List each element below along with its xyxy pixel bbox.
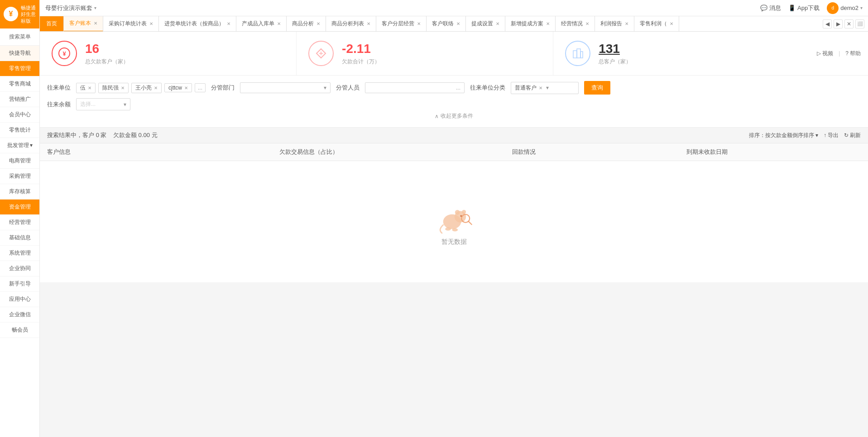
tab-close-icon[interactable]: ✕ [367,21,370,26]
dept-select[interactable]: ▾ [240,82,331,93]
sidebar-item-retail[interactable]: 零售管理 [0,61,39,76]
stat-text-3: 131 总客户（家） [599,41,631,66]
stat-icon-area-3 [564,40,591,67]
tab-close-icon[interactable]: ✕ [625,21,628,26]
remove-tag-cjttcw[interactable]: ✕ [184,86,188,90]
sort-select[interactable]: 排序：按欠款金额倒序排序 ▾ [749,132,818,139]
tab-close-icon[interactable]: ✕ [496,21,499,26]
tab-close-icon[interactable]: ✕ [317,21,320,26]
logo-text: 畅捷通好生意 标版 [21,5,36,24]
tab-close-icon[interactable]: ✕ [417,21,421,26]
tab-close-icon[interactable]: ✕ [670,21,673,26]
col-header-due-date: 到期未收款日期 [686,148,861,156]
more-tags-button[interactable]: ... [195,83,206,92]
filter-tag-cjttcw[interactable]: cjttcw ✕ [164,83,192,92]
filter-tag-chen[interactable]: 陈民强 ✕ [98,83,129,93]
user-avatar-button[interactable]: d demo2 ▾ [827,2,863,14]
filter-tag-wang[interactable]: 王小亮 ✕ [131,83,162,93]
app-download-button[interactable]: 📱 App下载 [788,4,820,12]
stat-text-2: -2.11 欠款合计（万） [342,41,380,66]
remove-tag-wang[interactable]: ✕ [154,86,158,90]
tab-close-icon[interactable]: ✕ [546,21,550,26]
stat-value-total: 131 [599,41,631,57]
sidebar-item-basic-info[interactable]: 基础信息 [0,230,39,246]
sidebar-item-retail-stats[interactable]: 零售统计 [0,123,39,138]
tab-retail-profit[interactable]: 零售利润（ ✕ [634,16,679,32]
tab-customer-segmentation[interactable]: 客户分层经营 ✕ [376,16,427,32]
svg-point-12 [445,228,451,231]
sidebar-item-wholesale[interactable]: 批发管理 ▾ [0,138,39,153]
filter-area: 往来单位 伍 ✕ 陈民强 ✕ 王小亮 ✕ cjttcw [40,76,868,128]
sidebar-item-wecom[interactable]: 企业微信 [0,307,39,323]
sidebar-item-marketing[interactable]: 营销推广 [0,92,39,107]
total-customers-icon [565,41,590,66]
query-button[interactable]: 查询 [584,81,610,95]
tab-purchase-stats-by-product[interactable]: 进货单统计表（按商品） ✕ [159,16,236,32]
tab-customer-ledger[interactable]: 客户账本 ✕ [64,16,103,32]
collapse-filter-button[interactable]: ∧ 收起更多条件 [47,110,861,122]
tabs-close-all[interactable]: ✕ [844,19,854,28]
message-button[interactable]: 💬 消息 [760,4,781,12]
refresh-button[interactable]: ↻ 刷新 [844,132,861,139]
tab-close-icon[interactable]: ✕ [277,21,281,26]
video-help-button[interactable]: ▷ 视频 [817,50,833,57]
unit-label: 往来单位 [47,84,71,92]
person-input[interactable]: ... [365,82,465,93]
sidebar-item-app-center[interactable]: 应用中心 [0,292,39,307]
tab-product-analysis[interactable]: 商品分析 ✕ [287,16,326,32]
tab-purchase-order-stats[interactable]: 采购订单统计表 ✕ [103,16,159,32]
sidebar-item-guide[interactable]: 新手引导 [0,276,39,292]
svg-point-7 [455,210,460,215]
results-count: 0 [96,132,99,138]
tabs-maximize[interactable]: ⬜ [855,19,864,28]
sidebar: ¥ 畅捷通好生意 标版 搜索菜单 快捷导航 零售管理 零售商城 营销推广 会员中… [0,0,40,437]
remove-tag-wu[interactable]: ✕ [88,86,91,90]
tab-product-analysis-list[interactable]: 商品分析列表 ✕ [326,16,376,32]
tabs-scroll-left[interactable]: ◀ [823,19,832,28]
export-button[interactable]: ↑ 导出 [824,132,839,139]
tab-close-icon[interactable]: ✕ [149,21,153,26]
remove-unit-class-tag[interactable]: ✕ [539,86,542,90]
table-header: 客户信息 欠款交易信息（占比） 回款情况 到期未收款日期 [40,143,868,161]
message-icon: 💬 [760,5,767,11]
tab-finished-goods[interactable]: 产成品入库单 ✕ [236,16,287,32]
sidebar-item-operations[interactable]: 经营管理 [0,215,39,230]
tab-business-overview[interactable]: 经营情况 ✕ [556,16,595,32]
quick-nav[interactable]: 快捷导航 [0,46,39,61]
sidebar-item-system[interactable]: 系统管理 [0,246,39,261]
unit-class-select[interactable]: 普通客户 ✕ ▾ [511,82,579,94]
tab-profit-report[interactable]: 利润报告 ✕ [595,16,634,32]
filter-tag-wu[interactable]: 伍 ✕ [76,83,96,93]
unit-class-tag[interactable]: 普通客户 ✕ [515,84,542,92]
tab-home[interactable]: 首页 [40,16,64,32]
tab-commission-settings[interactable]: 提成设置 ✕ [466,16,505,32]
main-content: 母婴行业演示账套 ▾ 💬 消息 📱 App下载 d demo2 ▾ [40,0,868,437]
sidebar-item-retail-mall[interactable]: 零售商城 [0,76,39,92]
sidebar-item-vip[interactable]: 畅会员 [0,323,39,338]
tab-customer-contact[interactable]: 客户联络 ✕ [427,16,466,32]
sidebar-logo[interactable]: ¥ 畅捷通好生意 标版 [0,0,39,28]
sidebar-item-purchase[interactable]: 采购管理 [0,169,39,184]
sidebar-item-member-center[interactable]: 会员中心 [0,107,39,123]
sidebar-item-inventory[interactable]: 库存核算 [0,184,39,200]
company-selector[interactable]: 母婴行业演示账套 ▾ [45,4,96,12]
dept-label: 分管部门 [211,84,235,92]
remove-tag-chen[interactable]: ✕ [121,86,125,90]
balance-select[interactable]: 选择... ▾ [76,98,130,110]
sidebar-item-finance[interactable]: 资金管理 [0,200,39,215]
search-menu[interactable]: 搜索菜单 [0,28,39,46]
more-options-icon: ... [456,85,460,91]
col-header-payment: 回款情况 [512,148,686,156]
sidebar-item-enterprise[interactable]: 企业协同 [0,261,39,276]
tab-new-commission[interactable]: 新增提成方案 ✕ [505,16,556,32]
tab-close-icon[interactable]: ✕ [585,21,589,26]
tab-close-icon[interactable]: ✕ [227,21,230,26]
person-label: 分管人员 [336,84,360,92]
help-button[interactable]: ? 帮助 [845,50,861,57]
tabs-scroll-right[interactable]: ▶ [834,19,843,28]
stat-value-customers: 16 [85,41,129,57]
tab-close-icon[interactable]: ✕ [94,21,97,26]
sidebar-item-ecommerce[interactable]: 电商管理 [0,153,39,169]
topbar-left: 母婴行业演示账套 ▾ [45,4,96,12]
tab-close-icon[interactable]: ✕ [456,21,460,26]
